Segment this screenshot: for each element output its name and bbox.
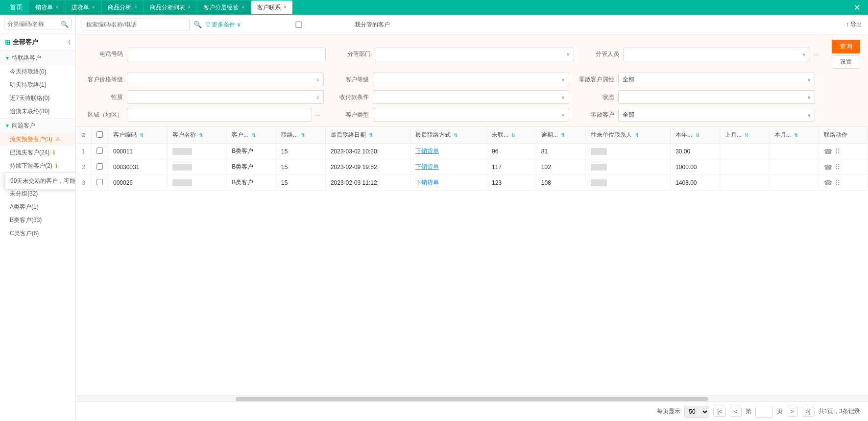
sidebar-item-churned[interactable]: 已流失客户(24) ℹ <box>0 146 75 159</box>
close-icon[interactable]: × <box>56 0 59 14</box>
page-unit: 页 <box>777 407 783 416</box>
chevron-down-icon: ∨ <box>561 77 565 82</box>
nature-dropdown[interactable]: ∨ <box>127 90 324 104</box>
region-more-button[interactable]: ··· <box>312 111 324 119</box>
close-icon[interactable]: × <box>92 0 95 14</box>
section-title-problem[interactable]: ▼ 问题客户 <box>0 118 75 133</box>
price-tier-dropdown[interactable]: ∨ <box>127 73 324 86</box>
sidebar-item-tomorrow[interactable]: 明天待联络(1) <box>0 78 75 92</box>
sidebar-item-declining[interactable]: 持续下滑客户(2) ℹ <box>0 159 75 173</box>
select-all-checkbox[interactable] <box>96 131 103 138</box>
sort-icon: ⇅ <box>199 132 203 138</box>
export-button[interactable]: ↑ 导出 <box>846 21 862 29</box>
retail-label: 零散客户 <box>575 111 614 119</box>
filter-customer-tier: 客户等级 ∨ <box>330 73 570 86</box>
query-button[interactable]: 查询 <box>832 40 860 53</box>
row-check[interactable] <box>96 163 103 170</box>
customer-tier-dropdown[interactable]: ∨ <box>373 73 570 86</box>
payment-label: 收付款条件 <box>330 93 369 101</box>
close-icon[interactable]: × <box>284 0 287 14</box>
my-customer-check[interactable] <box>245 22 353 28</box>
all-customers-header[interactable]: ⊞ 全部客户 《 <box>0 34 75 50</box>
sidebar-item-churn-warning[interactable]: 流失预警客户(3) ⚠ <box>0 133 75 146</box>
status-label: 状态 <box>575 93 614 101</box>
page-number-input[interactable]: 1 <box>755 406 773 418</box>
tab-product-analysis-list[interactable]: 商品分析列表 × <box>144 0 197 14</box>
sidebar-item-7days[interactable]: 近7天待联络(0) <box>0 92 75 105</box>
more-button[interactable]: ··· <box>810 50 822 58</box>
row-number: 3 <box>76 175 92 191</box>
status-dropdown[interactable]: ∨ <box>618 90 815 104</box>
customer-type-dropdown[interactable]: ∨ <box>373 108 570 122</box>
more-actions-icon[interactable]: ⠿ <box>835 179 840 187</box>
contact-icon[interactable]: ☎ <box>824 148 832 155</box>
sidebar-item-today[interactable]: 今天待联络(0) <box>0 65 75 78</box>
close-icon[interactable]: × <box>134 0 137 14</box>
sidebar-item-class-c[interactable]: C类客户(6) <box>0 227 75 240</box>
close-icon[interactable]: × <box>241 0 244 14</box>
tab-purchase-order[interactable]: 进货单 × <box>66 0 101 14</box>
tab-product-analysis[interactable]: 商品分析 × <box>102 0 143 14</box>
row-check[interactable] <box>96 179 103 185</box>
sidebar-item-class-b[interactable]: B类客户(33) <box>0 214 75 227</box>
search-input[interactable] <box>82 19 190 30</box>
home-tab[interactable]: 首页 <box>4 0 28 15</box>
manager-label: 分管人员 <box>580 50 619 58</box>
sort-icon: ⇅ <box>794 132 798 138</box>
contact-count: 15 <box>276 144 326 159</box>
settings-button[interactable]: 设置 <box>832 55 860 69</box>
phone-input[interactable] <box>127 48 326 61</box>
row-checkbox <box>92 144 108 159</box>
row-checkbox <box>92 175 108 191</box>
sidebar-search-input[interactable] <box>4 19 72 29</box>
scroll-thumb[interactable] <box>236 397 708 401</box>
filter-price-tier: 客户价格等级 ∨ <box>84 73 324 86</box>
warning-icon: ⚠ <box>55 136 60 142</box>
contact-icon[interactable]: ☎ <box>824 179 832 187</box>
sidebar-item-overdue[interactable]: 逾期未联络(30) <box>0 105 75 118</box>
next-page-button[interactable]: > <box>787 407 798 417</box>
tab-customer-contact[interactable]: 客户联系 × <box>251 0 292 14</box>
search-button[interactable]: 🔍 <box>193 21 202 28</box>
phone-label: 电话号码 <box>84 50 123 58</box>
content-area: 🔍 ▽ 更多条件 ∨ 我分管的客户 ↑ 导出 电话号码 <box>76 15 868 421</box>
filter-row-3: 性质 ∨ 收付款条件 ∨ 状态 <box>84 90 860 104</box>
retail-dropdown[interactable]: 全部 ∨ <box>618 108 815 122</box>
payment-dropdown[interactable]: ∨ <box>373 90 570 104</box>
my-customer-checkbox[interactable]: 我分管的客户 <box>245 21 390 29</box>
contact-icon[interactable]: ☎ <box>824 163 832 171</box>
manager-dropdown[interactable]: ∨ <box>623 48 811 61</box>
per-page-select[interactable]: 50 20 100 <box>684 406 709 418</box>
more-filter-button[interactable]: ▽ 更多条件 ∨ <box>206 21 241 29</box>
sort-icon: ⇅ <box>454 132 458 138</box>
customer-type: B类客户 <box>227 175 276 191</box>
last-method: 下销货单 <box>410 159 487 175</box>
row-actions: ☎ ⠿ <box>819 159 868 175</box>
filter-region: 区域（地区） ··· <box>84 108 324 122</box>
tab-label: 客户联系 <box>257 0 281 14</box>
prev-page-button[interactable]: < <box>730 407 741 417</box>
last-method-link[interactable]: 下销货单 <box>415 163 439 170</box>
section-title-pending[interactable]: ▼ 待联络客户 <box>0 50 75 65</box>
col-contact: 联络... ⇅ <box>276 127 326 144</box>
main-layout: 🔍 ⊞ 全部客户 《 ▼ 待联络客户 今天待联络(0) 明天待联络(1) 近7天… <box>0 15 868 421</box>
last-page-button[interactable]: >| <box>802 407 815 417</box>
sidebar-item-class-a[interactable]: A类客户(1) <box>0 200 75 214</box>
horizontal-scrollbar[interactable] <box>76 396 868 401</box>
window-close-button[interactable]: ✕ <box>850 3 864 12</box>
first-page-button[interactable]: |< <box>713 407 726 417</box>
tab-sales-order[interactable]: 销货单 × <box>29 0 65 14</box>
section-pending-contact: ▼ 待联络客户 今天待联络(0) 明天待联络(1) 近7天待联络(0) 逾期未联… <box>0 50 75 118</box>
retail-attr-dropdown[interactable]: 全部 ∨ <box>618 73 815 86</box>
row-check[interactable] <box>96 148 103 154</box>
chevron-down-icon: ∨ <box>566 51 570 57</box>
more-actions-icon[interactable]: ⠿ <box>835 148 840 155</box>
tab-customer-tier[interactable]: 客户分层经营 × <box>197 0 250 14</box>
last-method-link[interactable]: 下销货单 <box>415 179 439 186</box>
close-icon[interactable]: × <box>188 0 191 14</box>
last-method-link[interactable]: 下销货单 <box>415 148 439 154</box>
more-actions-icon[interactable]: ⠿ <box>835 163 840 171</box>
region-input[interactable] <box>127 108 312 122</box>
dept-dropdown[interactable]: ∨ <box>375 48 574 61</box>
col-settings[interactable]: ⚙ <box>76 127 92 144</box>
